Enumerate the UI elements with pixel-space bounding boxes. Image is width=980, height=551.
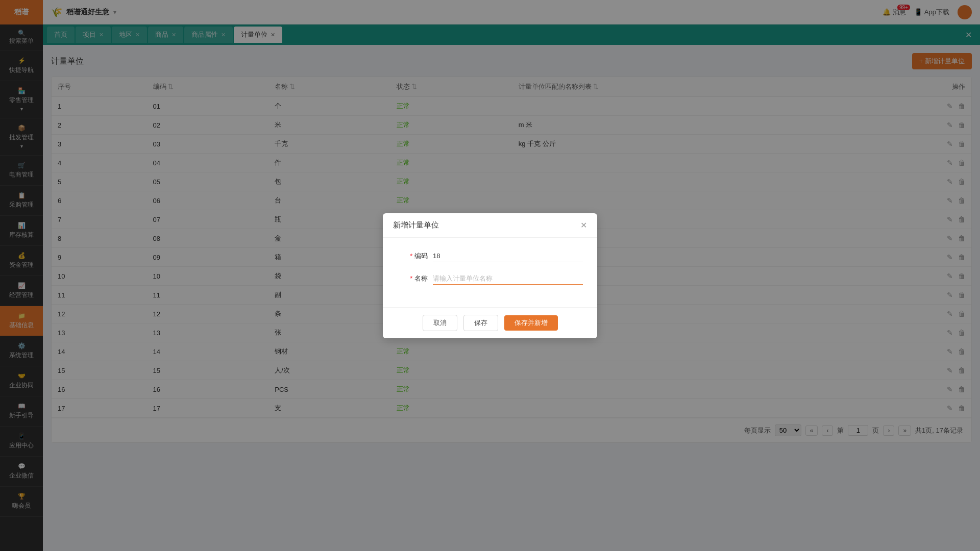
modal-overlay: 新增计量单位 ✕ 编码 名称 取消 保存 保存并新增 xyxy=(0,0,980,551)
save-button[interactable]: 保存 xyxy=(463,315,498,331)
modal-footer: 取消 保存 保存并新增 xyxy=(383,307,597,338)
add-unit-modal: 新增计量单位 ✕ 编码 名称 取消 保存 保存并新增 xyxy=(383,213,597,338)
code-input[interactable] xyxy=(433,250,583,262)
save-and-new-button[interactable]: 保存并新增 xyxy=(504,315,558,331)
modal-header: 新增计量单位 ✕ xyxy=(383,213,597,238)
name-label: 名称 xyxy=(397,274,428,283)
form-row-name: 名称 xyxy=(397,272,583,285)
modal-close-button[interactable]: ✕ xyxy=(580,220,587,230)
form-row-code: 编码 xyxy=(397,250,583,262)
name-input[interactable] xyxy=(433,272,583,285)
cancel-button[interactable]: 取消 xyxy=(423,315,457,331)
modal-body: 编码 名称 xyxy=(383,238,597,307)
modal-title: 新增计量单位 xyxy=(393,220,439,230)
code-label: 编码 xyxy=(397,252,428,261)
